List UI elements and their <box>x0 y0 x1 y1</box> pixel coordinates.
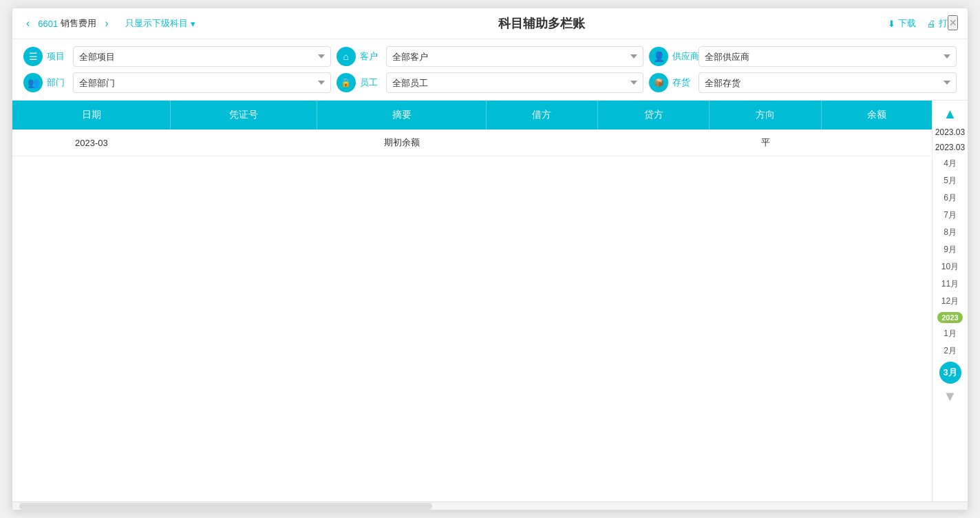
col-voucher: 凭证号 <box>171 101 317 130</box>
cell-voucher <box>171 130 317 156</box>
cell-summary: 期初余额 <box>317 130 486 156</box>
bottom-scrollbar[interactable] <box>12 501 968 510</box>
col-direction: 方向 <box>710 101 821 130</box>
project-icon: ☰ <box>23 47 43 66</box>
timeline-up-button[interactable]: ▲ <box>944 103 957 125</box>
timeline-period-4[interactable]: 4月 <box>942 155 958 172</box>
cell-credit <box>598 130 710 156</box>
download-button[interactable]: ⬇ 下载 <box>888 17 916 30</box>
filter-inventory: 📦 存货 全部存货 <box>649 72 957 93</box>
close-button[interactable]: × <box>948 15 958 30</box>
department-select[interactable]: 全部部门 <box>73 72 331 93</box>
timeline-period-9[interactable]: 9月 <box>942 241 958 258</box>
account-code: 6601 <box>38 19 58 29</box>
cell-debit <box>486 130 597 156</box>
employee-icon: 🔒 <box>337 73 356 92</box>
supplier-select[interactable]: 全部供应商 <box>699 46 957 67</box>
timeline-period-10[interactable]: 10月 <box>940 258 960 276</box>
timeline-period-2023-03-2[interactable]: 2023.03 <box>934 140 966 155</box>
table-row[interactable]: 2023-03 期初余额 平 <box>12 130 932 156</box>
employee-select[interactable]: 全部员工 <box>386 72 644 93</box>
content-area: 日期 凭证号 摘要 借方 贷方 方向 余额 2023-03 期初余额 <box>12 101 968 501</box>
timeline-period-3-active[interactable]: 3月 <box>939 362 961 384</box>
department-icon: 👥 <box>23 73 43 92</box>
print-icon: 🖨 <box>927 19 936 29</box>
filter-bar: ☰ 项目 全部项目 ⌂ 客户 全部客户 👤 供应商 全部供应商 👥 部门 全部部 <box>12 39 968 101</box>
page-title: 科目辅助多栏账 <box>195 15 888 32</box>
download-icon: ⬇ <box>888 19 895 29</box>
timeline-sidebar: ▲ 2023.03 2023.03 4月 5月 6月 7月 8月 9月 10月 … <box>932 101 968 501</box>
show-sub-label: 只显示下级科目 <box>125 17 188 30</box>
cell-date: 2023-03 <box>12 130 171 156</box>
timeline-period-12[interactable]: 12月 <box>940 293 960 310</box>
project-select[interactable]: 全部项目 <box>73 46 331 67</box>
col-debit: 借方 <box>486 101 597 130</box>
col-summary: 摘要 <box>317 101 486 130</box>
inventory-select[interactable]: 全部存货 <box>699 72 957 93</box>
download-label: 下载 <box>898 17 916 30</box>
timeline-period-1[interactable]: 1月 <box>942 325 958 342</box>
department-label: 部门 <box>47 76 69 89</box>
modal-container: × ‹ 6601 销售费用 › 只显示下级科目 ▾ 科目辅助多栏账 ⬇ 下载 🖨… <box>12 8 968 510</box>
employee-label: 员工 <box>360 76 382 89</box>
customer-label: 客户 <box>360 50 382 63</box>
account-code-box: 6601 销售费用 <box>38 17 96 30</box>
timeline-period-6[interactable]: 6月 <box>942 189 958 207</box>
timeline-period-2[interactable]: 2月 <box>942 342 958 360</box>
cell-direction: 平 <box>710 130 821 156</box>
timeline-period-5[interactable]: 5月 <box>942 172 958 189</box>
filter-employee: 🔒 员工 全部员工 <box>337 72 644 93</box>
filter-department: 👥 部门 全部部门 <box>23 72 331 93</box>
customer-select[interactable]: 全部客户 <box>386 46 644 67</box>
show-sub-button[interactable]: 只显示下级科目 ▾ <box>125 17 195 30</box>
cell-balance <box>821 130 932 156</box>
col-date: 日期 <box>12 101 171 130</box>
col-balance: 余额 <box>821 101 932 130</box>
account-name: 销售费用 <box>61 17 96 30</box>
header: ‹ 6601 销售费用 › 只显示下级科目 ▾ 科目辅助多栏账 ⬇ 下载 🖨 打… <box>12 8 968 39</box>
scrollbar-thumb <box>19 503 432 510</box>
inventory-icon: 📦 <box>649 73 668 92</box>
filter-project: ☰ 项目 全部项目 <box>23 46 331 67</box>
customer-icon: ⌂ <box>337 47 356 66</box>
filter-customer: ⌂ 客户 全部客户 <box>337 46 644 67</box>
timeline-period-2023-03-1[interactable]: 2023.03 <box>934 125 966 140</box>
project-label: 项目 <box>47 50 69 63</box>
nav-next-button[interactable]: › <box>102 17 111 30</box>
year-badge-2023: 2023 <box>937 312 962 323</box>
filter-supplier: 👤 供应商 全部供应商 <box>649 46 957 67</box>
timeline-period-7[interactable]: 7月 <box>942 207 958 224</box>
col-credit: 贷方 <box>598 101 710 130</box>
dropdown-arrow-icon: ▾ <box>191 19 195 29</box>
nav-prev-button[interactable]: ‹ <box>23 17 32 30</box>
data-table: 日期 凭证号 摘要 借方 贷方 方向 余额 2023-03 期初余额 <box>12 101 932 156</box>
timeline-period-11[interactable]: 11月 <box>940 276 960 293</box>
timeline-down-button[interactable]: ▼ <box>944 386 957 407</box>
table-area: 日期 凭证号 摘要 借方 贷方 方向 余额 2023-03 期初余额 <box>12 101 932 501</box>
header-actions: ⬇ 下载 🖨 打印 <box>888 17 957 30</box>
supplier-label: 供应商 <box>672 50 694 63</box>
inventory-label: 存货 <box>672 76 694 89</box>
supplier-icon: 👤 <box>649 47 668 66</box>
timeline-period-8[interactable]: 8月 <box>942 224 958 241</box>
